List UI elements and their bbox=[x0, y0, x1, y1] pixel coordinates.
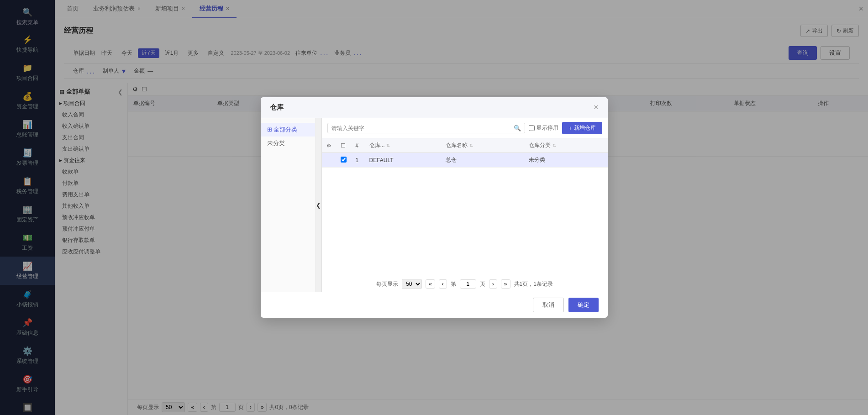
grid-small-icon: ⊞ bbox=[267, 126, 272, 133]
add-label: 新增仓库 bbox=[574, 124, 596, 132]
modal-total: 共1页，1条记录 bbox=[514, 280, 553, 288]
modal-title: 仓库 bbox=[270, 103, 284, 112]
show-disabled-label: 显示停用 bbox=[537, 124, 558, 132]
modal-category-all[interactable]: ⊞ 全部分类 bbox=[261, 123, 315, 137]
modal-category-unclassified[interactable]: 未分类 bbox=[261, 137, 315, 150]
modal-col-seq: # bbox=[351, 138, 365, 153]
modal-col-code: 仓库... ⇅ bbox=[365, 138, 442, 153]
add-icon: + bbox=[568, 125, 572, 131]
add-warehouse-button[interactable]: + 新增仓库 bbox=[562, 122, 602, 134]
modal-search-box[interactable]: 🔍 bbox=[327, 123, 526, 133]
modal-col-name: 仓库名称 ⇅ bbox=[441, 138, 524, 153]
show-disabled-checkbox[interactable]: 显示停用 bbox=[529, 124, 558, 132]
modal-collapse-btn[interactable]: ❮ bbox=[316, 118, 322, 292]
disabled-checkbox-input[interactable] bbox=[529, 125, 535, 131]
row-code: DEFAULT bbox=[365, 153, 442, 168]
row-check[interactable] bbox=[336, 153, 351, 168]
modal-col-category: 仓库分类 ⇅ bbox=[524, 138, 607, 153]
modal-page-size-select[interactable]: 50 bbox=[402, 279, 422, 289]
modal-confirm-button[interactable]: 确定 bbox=[568, 298, 599, 312]
modal-last-btn[interactable]: » bbox=[501, 279, 510, 289]
modal-col-check: ☐ bbox=[336, 138, 351, 153]
row-name: 总仓 bbox=[441, 153, 524, 168]
modal-page-prefix: 第 bbox=[451, 280, 456, 288]
modal-pagination: 每页显示 50 « ‹ 第 页 › » 共1页，1条记录 bbox=[322, 276, 608, 292]
modal-page-suffix: 页 bbox=[480, 280, 485, 288]
modal-next-btn[interactable]: › bbox=[489, 279, 497, 289]
modal-right-panel: 🔍 显示停用 + 新增仓库 bbox=[322, 118, 608, 292]
warehouse-modal: 仓库 × ⊞ 全部分类 未分类 ❮ bbox=[261, 97, 608, 318]
modal-prev-btn[interactable]: ‹ bbox=[439, 279, 447, 289]
row-seq: 1 bbox=[351, 153, 365, 168]
modal-page-size-label: 每页显示 bbox=[376, 280, 398, 288]
modal-body: ⊞ 全部分类 未分类 ❮ 🔍 显示停用 bbox=[261, 118, 608, 292]
modal-footer: 取消 确定 bbox=[261, 292, 608, 318]
modal-table: ⚙ ☐ # 仓库... ⇅ 仓库名称 ⇅ 仓库分类 ⇅ bbox=[322, 138, 608, 276]
modal-header: 仓库 × bbox=[261, 97, 608, 118]
modal-col-gear: ⚙ bbox=[322, 138, 336, 153]
modal-overlay: 仓库 × ⊞ 全部分类 未分类 ❮ bbox=[0, 0, 868, 415]
modal-cancel-button[interactable]: 取消 bbox=[533, 298, 564, 312]
row-gear bbox=[322, 153, 336, 168]
table-row[interactable]: 1 DEFAULT 总仓 未分类 bbox=[322, 153, 608, 168]
modal-first-btn[interactable]: « bbox=[426, 279, 435, 289]
modal-search-icon[interactable]: 🔍 bbox=[514, 125, 521, 131]
modal-left-panel: ⊞ 全部分类 未分类 bbox=[261, 118, 316, 292]
row-category: 未分类 bbox=[524, 153, 607, 168]
modal-search-input[interactable] bbox=[331, 125, 512, 131]
modal-page-input[interactable] bbox=[460, 279, 476, 289]
modal-toolbar: 🔍 显示停用 + 新增仓库 bbox=[322, 118, 608, 138]
modal-close-btn[interactable]: × bbox=[594, 103, 599, 112]
collapse-arrow-icon: ❮ bbox=[316, 202, 321, 209]
